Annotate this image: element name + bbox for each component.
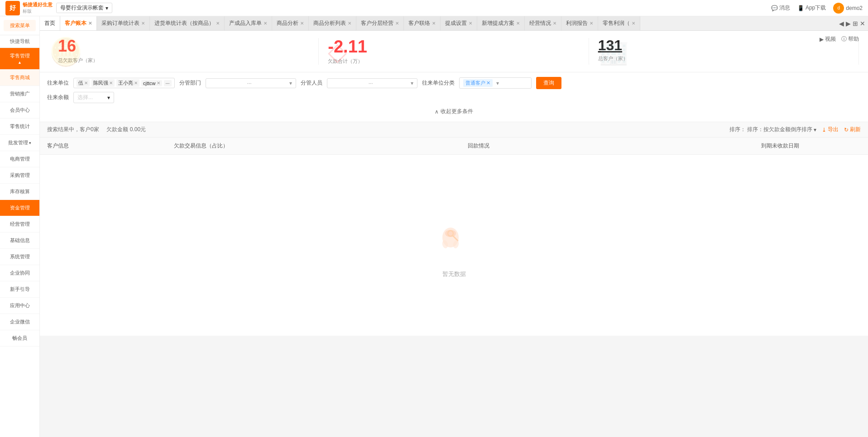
- sidebar-item-finance-mgmt[interactable]: 资金管理: [0, 200, 39, 216]
- tab-home[interactable]: 首页: [40, 16, 60, 31]
- quick-nav-btn[interactable]: 快捷导航: [0, 35, 39, 48]
- unit-tag-cjttcw-close[interactable]: ✕: [157, 81, 160, 86]
- tab-close-goods-analysis-list[interactable]: ✕: [348, 21, 351, 26]
- tab-controls: ◀ ▶ ⊞ ✕: [836, 20, 868, 27]
- tab-close-business-situation[interactable]: ✕: [553, 21, 556, 26]
- tab-new-raise-plan[interactable]: 新增提成方案 ✕: [477, 16, 525, 31]
- tab-close-all-btn[interactable]: ✕: [860, 20, 865, 27]
- tab-purchase-order[interactable]: 采购订单统计表 ✕: [97, 16, 150, 31]
- sidebar-item-new-guide[interactable]: 新手引导: [0, 281, 39, 298]
- tab-production-stock[interactable]: 产成品入库单 ✕: [225, 16, 272, 31]
- sidebar-item-wholesale-mgmt[interactable]: 批发管理 ▾: [0, 135, 39, 151]
- message-btn[interactable]: 💬 消息: [771, 4, 790, 12]
- person-select-arrow: ▾: [411, 80, 413, 86]
- unit-tag-chen: 陈民强 ✕: [91, 79, 115, 87]
- unit-filter-label: 往来单位: [47, 79, 69, 87]
- filter-bar: 往来单位 伍 ✕ 陈民强 ✕ 王小亮 ✕: [40, 72, 868, 122]
- tab-close-purchase-order[interactable]: ✕: [141, 21, 145, 26]
- tab-close-retail-profit[interactable]: ✕: [632, 21, 635, 26]
- export-icon: ⤓: [822, 127, 826, 133]
- user-area[interactable]: d demo2: [833, 3, 863, 14]
- avatar: d: [833, 3, 844, 14]
- stats-header: 🪙 16 总欠款客户（家） ◇ -2.11 欠款合计（万） 🏢 131 总客户（…: [40, 31, 868, 72]
- person-filter-label: 分管人员: [301, 79, 322, 87]
- help-btn[interactable]: ⓘ 帮助: [841, 35, 859, 43]
- tab-prev-btn[interactable]: ◀: [839, 20, 844, 27]
- tab-close-customer-contact[interactable]: ✕: [432, 21, 436, 26]
- sidebar-item-enterprise-collab[interactable]: 企业协同: [0, 265, 39, 281]
- refresh-icon: ↻: [844, 127, 849, 133]
- tab-raise-settings[interactable]: 提成设置 ✕: [441, 16, 477, 31]
- customer-tag-close[interactable]: ✕: [486, 80, 490, 86]
- tab-customer-contact[interactable]: 客户联络 ✕: [404, 16, 441, 31]
- collapse-btn[interactable]: ∧ 收起更多条件: [433, 106, 475, 117]
- tab-business-situation[interactable]: 经营情况 ✕: [525, 16, 561, 31]
- tab-next-btn[interactable]: ▶: [846, 20, 851, 27]
- export-btn[interactable]: ⤓ 导出: [822, 126, 839, 133]
- tab-close-customer-tier[interactable]: ✕: [395, 21, 399, 26]
- sidebar-item-operations-mgmt[interactable]: 经营管理: [0, 216, 39, 233]
- sidebar-item-basic-info[interactable]: 基础信息: [0, 233, 39, 249]
- balance-select[interactable]: 选择... ▾: [73, 92, 114, 103]
- sidebar-item-enterprise-wechat[interactable]: 企业微信: [0, 314, 39, 330]
- play-icon: ▶: [820, 36, 824, 43]
- table-body-empty: 暂无数据: [40, 155, 868, 336]
- tab-close-production-stock[interactable]: ✕: [264, 21, 267, 26]
- tab-close-goods-analysis[interactable]: ✕: [300, 21, 304, 26]
- data-table: 客户信息 欠款交易信息（占比） 回款情况 到期未收款日期: [40, 138, 868, 336]
- dept-select-arrow: ▾: [289, 80, 292, 86]
- dept-select[interactable]: ··· ▾: [206, 78, 296, 88]
- results-bar: 搜索结果中，客户0家 欠款金额 0.00元 排序： 排序：按欠款金额倒序排序 ▾…: [40, 122, 868, 138]
- main-layout: 搜索菜单 快捷导航 零售管理 ▲ 零售商城 营销推广 会员中心 零售统计 批发管…: [0, 16, 868, 437]
- tab-close-raise-settings[interactable]: ✕: [469, 21, 472, 26]
- tab-close-customer-book[interactable]: ✕: [88, 21, 92, 26]
- sidebar-item-retail-mgmt[interactable]: 零售管理 ▲: [0, 48, 39, 70]
- tab-profit-report[interactable]: 利润报告 ✕: [561, 16, 598, 31]
- refresh-btn[interactable]: ↻ 刷新: [844, 126, 861, 133]
- sidebar-item-retail-stats[interactable]: 零售统计: [0, 119, 39, 135]
- video-btn[interactable]: ▶ 视频: [820, 35, 836, 43]
- tab-expand-btn[interactable]: ⊞: [853, 20, 858, 27]
- sidebar-item-ecommerce[interactable]: 电商管理: [0, 151, 39, 167]
- demo-selector[interactable]: 母婴行业演示帐套 ▾: [56, 3, 112, 13]
- search-menu-btn[interactable]: 搜索菜单: [4, 20, 36, 31]
- tab-goods-analysis-list[interactable]: 商品分析列表 ✕: [309, 16, 356, 31]
- tab-close-profit-report[interactable]: ✕: [590, 21, 593, 26]
- sidebar-item-marketing[interactable]: 营销推广: [0, 86, 39, 102]
- results-bar-right: 排序： 排序：按欠款金额倒序排序 ▾ ⤓ 导出 ↻ 刷新: [729, 126, 861, 133]
- query-btn[interactable]: 查询: [536, 77, 561, 89]
- results-summary: 搜索结果中，客户0家 欠款金额 0.00元: [47, 126, 146, 133]
- sort-icon: 排序：: [729, 126, 746, 133]
- tab-customer-tier[interactable]: 客户分层经营 ✕: [356, 16, 404, 31]
- sidebar-item-retail-shop[interactable]: 零售商城: [0, 70, 39, 86]
- tab-retail-profit[interactable]: 零售利润（ ✕: [598, 16, 640, 31]
- tab-close-stock-stats[interactable]: ✕: [216, 21, 220, 26]
- sidebar: 搜索菜单 快捷导航 零售管理 ▲ 零售商城 营销推广 会员中心 零售统计 批发管…: [0, 16, 40, 437]
- help-icon: ⓘ: [841, 35, 847, 43]
- person-select[interactable]: ··· ▾: [327, 78, 417, 88]
- dept-select-dots: ···: [247, 80, 252, 86]
- sidebar-item-app-center[interactable]: 应用中心: [0, 298, 39, 314]
- top-bar-right: 💬 消息 📱 App下载 d demo2: [771, 3, 863, 14]
- sidebar-item-vip-member[interactable]: 畅会员: [0, 330, 39, 347]
- unit-tag-wu-close[interactable]: ✕: [84, 81, 88, 86]
- sort-selector[interactable]: 排序： 排序：按欠款金额倒序排序 ▾: [729, 126, 816, 133]
- sidebar-item-inventory[interactable]: 库存核算: [0, 184, 39, 200]
- sidebar-item-member-center[interactable]: 会员中心: [0, 102, 39, 119]
- unit-type-select[interactable]: 普通客户 ✕ ▾: [459, 77, 532, 89]
- sidebar-item-purchase-mgmt[interactable]: 采购管理: [0, 167, 39, 184]
- tab-customer-book[interactable]: 客户账本 ✕: [60, 16, 97, 31]
- app-download-btn[interactable]: 📱 App下载: [797, 4, 826, 12]
- sidebar-item-sys-mgmt[interactable]: 系统管理: [0, 249, 39, 265]
- more-tags-btn[interactable]: ···: [164, 80, 172, 86]
- unit-tag-chen-close[interactable]: ✕: [109, 81, 113, 86]
- chevron-down-icon: ▾: [29, 141, 31, 145]
- download-icon: 📱: [797, 5, 804, 11]
- top-bar-left: 好 畅捷通好生意 标版 母婴行业演示帐套 ▾: [5, 1, 112, 15]
- unit-tag-wang-close[interactable]: ✕: [134, 81, 138, 86]
- tab-goods-analysis[interactable]: 商品分析 ✕: [272, 16, 309, 31]
- tab-stock-stats[interactable]: 进货单统计表（按商品） ✕: [150, 16, 225, 31]
- logo-text: 畅捷通好生意 标版: [23, 1, 53, 14]
- filter-row-1: 往来单位 伍 ✕ 陈民强 ✕ 王小亮 ✕: [47, 77, 861, 89]
- tab-close-new-raise-plan[interactable]: ✕: [516, 21, 520, 26]
